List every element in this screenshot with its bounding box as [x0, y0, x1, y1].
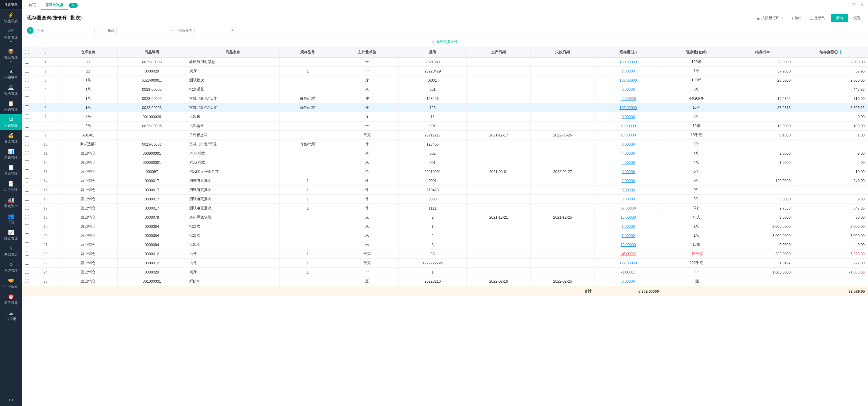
cell-checkbox[interactable]	[22, 149, 32, 158]
cell-checkbox[interactable]	[22, 167, 32, 176]
cell-qty-main[interactable]: -16.00000	[594, 249, 662, 259]
cell-checkbox[interactable]	[22, 58, 32, 67]
cell-qty-main[interactable]: 10.00000	[594, 131, 662, 140]
row-checkbox[interactable]	[25, 133, 29, 137]
cell-checkbox[interactable]	[22, 231, 32, 240]
search-button[interactable]: 查询	[831, 14, 848, 22]
cell-checkbox[interactable]	[22, 140, 32, 149]
cell-checkbox[interactable]	[22, 240, 32, 249]
cell-qty-main[interactable]: 4.00000	[594, 158, 662, 167]
sidebar-item-tax[interactable]: 📑 税务管理	[0, 178, 22, 195]
print-button[interactable]: 🖨 按模板打印 ▼	[754, 14, 786, 22]
cell-qty-main[interactable]: 87.00000	[594, 204, 662, 213]
row-checkbox[interactable]	[25, 124, 29, 128]
sidebar-item-retail[interactable]: 🛒 零售管理 ▼	[0, 26, 22, 46]
row-checkbox[interactable]	[25, 197, 29, 201]
row-checkbox[interactable]	[25, 105, 29, 109]
sidebar-item-invoice[interactable]: 🧾 发票管理	[0, 162, 22, 178]
cell-checkbox[interactable]	[22, 259, 32, 268]
settings-button[interactable]: 设置	[851, 14, 863, 22]
cell-qty-main[interactable]: 49.60000	[594, 94, 662, 103]
row-checkbox[interactable]	[25, 160, 29, 164]
cell-qty-main[interactable]: 2.00000	[594, 176, 662, 185]
row-checkbox[interactable]	[25, 251, 29, 256]
row-checkbox[interactable]	[25, 69, 29, 73]
display-button[interactable]: ☰ 显示列	[807, 14, 828, 22]
cell-checkbox[interactable]	[22, 158, 32, 167]
sidebar-item-quick-nav[interactable]: ⚡ 快捷导航	[0, 10, 22, 26]
cell-checkbox[interactable]	[22, 85, 32, 94]
sidebar-item-ecom[interactable]: 💻 电商管理	[0, 82, 22, 98]
cell-qty-main[interactable]: 0.00000	[594, 112, 662, 122]
sidebar-item-general[interactable]: 📊 总账管理	[0, 146, 22, 162]
row-checkbox[interactable]	[25, 142, 29, 146]
cell-qty-main[interactable]: 3.00000	[594, 195, 662, 204]
cell-qty-main[interactable]: 100.00000	[594, 103, 662, 112]
select-all-checkbox[interactable]	[25, 50, 29, 54]
sidebar-item-ops[interactable]: 📈 经营管理	[0, 227, 22, 243]
row-checkbox[interactable]	[25, 87, 29, 91]
cell-checkbox[interactable]	[22, 76, 32, 85]
row-checkbox[interactable]	[25, 169, 29, 173]
cell-qty-main[interactable]: 122.00000	[594, 259, 662, 268]
sidebar-item-purchase[interactable]: 📋 采购管理	[0, 98, 22, 114]
cell-qty-main[interactable]: 100.00000	[594, 76, 662, 85]
cell-checkbox[interactable]	[22, 268, 32, 277]
cell-qty-main[interactable]: -1.00000	[594, 268, 662, 277]
cell-checkbox[interactable]	[22, 204, 32, 213]
row-checkbox[interactable]	[25, 261, 29, 265]
row-checkbox[interactable]	[25, 151, 29, 155]
row-checkbox[interactable]	[25, 215, 29, 219]
cell-checkbox[interactable]	[22, 112, 32, 122]
sidebar-item-inventory[interactable]: 🗂 库存核查	[0, 114, 22, 130]
cell-checkbox[interactable]	[22, 176, 32, 185]
row-checkbox[interactable]	[25, 242, 29, 246]
row-checkbox[interactable]	[25, 270, 29, 274]
tab-batch-inventory[interactable]: 库存批次盘	[41, 1, 68, 10]
sidebar-item-sys[interactable]: ⚙ 系统管理	[0, 259, 22, 275]
cell-qty-main[interactable]: 4.00000	[594, 149, 662, 158]
product-input[interactable]	[117, 27, 165, 34]
cell-checkbox[interactable]	[22, 195, 32, 204]
minimize-button[interactable]: —	[842, 1, 850, 8]
cell-checkbox[interactable]	[22, 131, 32, 140]
row-checkbox[interactable]	[25, 78, 29, 82]
cell-qty-main[interactable]: 0.00000	[594, 140, 662, 149]
expand-more-button[interactable]: ▽ 展开更多条件	[430, 38, 460, 46]
cell-checkbox[interactable]	[22, 103, 32, 112]
sidebar-logo[interactable]: 搜索菜单	[0, 0, 22, 10]
cell-qty-main[interactable]: 100.00000	[594, 58, 662, 67]
tab-home[interactable]: 首页	[24, 1, 40, 10]
row-checkbox[interactable]	[25, 279, 29, 283]
sidebar-item-finance[interactable]: 💰 资金管理	[0, 130, 22, 146]
cell-checkbox[interactable]	[22, 249, 32, 259]
sidebar-item-fixed-assets[interactable]: 🏭 固定资产	[0, 195, 22, 211]
row-checkbox[interactable]	[25, 233, 29, 237]
sidebar-item-hr[interactable]: 👥 工资	[0, 211, 22, 227]
cell-checkbox[interactable]	[22, 222, 32, 231]
row-checkbox[interactable]	[25, 60, 29, 64]
row-checkbox[interactable]	[25, 96, 29, 100]
cell-checkbox[interactable]	[22, 277, 32, 286]
cell-checkbox[interactable]	[22, 185, 32, 195]
cell-qty-main[interactable]: 10.00000	[594, 122, 662, 131]
tab-close-button[interactable]: ✕	[69, 3, 78, 8]
cell-qty-main[interactable]: 1.00000	[594, 231, 662, 240]
sidebar-item-newbie[interactable]: 🎯 新手引导	[0, 292, 22, 308]
sidebar-item-corp[interactable]: 🤝 企业协同	[0, 275, 22, 292]
close-button[interactable]: ✕	[858, 1, 866, 8]
filter-nav-arrow[interactable]: >	[27, 27, 34, 34]
row-checkbox[interactable]	[25, 224, 29, 228]
sidebar-item-wholesale[interactable]: 📦 批发管理 ▼	[0, 46, 22, 66]
cell-qty-main[interactable]: 1.00000	[594, 67, 662, 76]
sidebar-item-mini-ecom[interactable]: 🛍 小额电商	[0, 66, 22, 82]
cell-checkbox[interactable]	[22, 94, 32, 103]
settings-gear-icon[interactable]: ⚙	[0, 394, 22, 406]
warehouse-input[interactable]	[46, 27, 94, 34]
cell-checkbox[interactable]	[22, 122, 32, 131]
cell-qty-main[interactable]: 0.00000	[594, 167, 662, 176]
cell-qty-main[interactable]: 0.00000	[594, 85, 662, 94]
row-checkbox[interactable]	[25, 114, 29, 119]
maximize-button[interactable]: □	[850, 1, 858, 8]
cell-qty-main[interactable]: 10.00000	[594, 240, 662, 249]
